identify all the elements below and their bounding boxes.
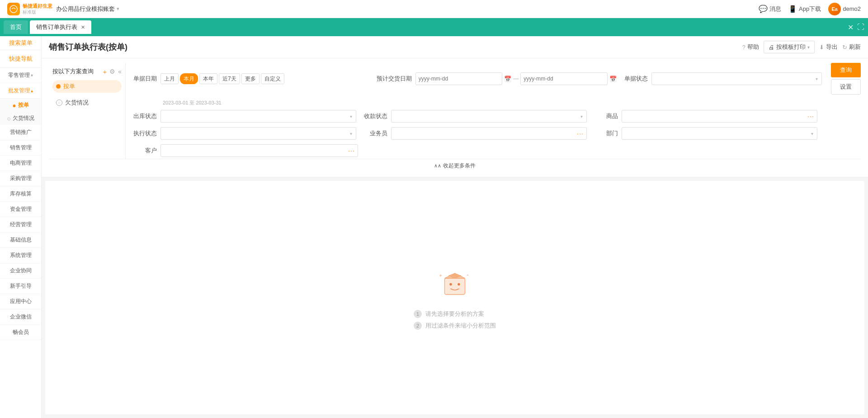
tip-1-badge: 1: [414, 310, 422, 318]
top-bar-left: 畅捷通好生意 标准版 办公用品行业模拟账套 ▾: [7, 3, 119, 15]
tab-close-all-icon[interactable]: ✕: [848, 23, 854, 32]
calendar-icon-from: 📅: [504, 76, 511, 82]
tab-sales-order[interactable]: 销售订单执行表 ✕: [30, 20, 91, 34]
order-status-select[interactable]: ▾: [651, 72, 822, 85]
message-btn[interactable]: 💬 消息: [759, 5, 781, 13]
help-btn[interactable]: ? 帮助: [742, 43, 759, 51]
query-button[interactable]: 查询: [831, 63, 861, 77]
date-btn-last-month[interactable]: 上月: [160, 73, 179, 84]
sidebar-item-retail[interactable]: 零售管理 ▾: [0, 68, 41, 83]
empty-tips: 1 请先选择要分析的方案 2 用过滤条件来缩小分析范围: [414, 310, 496, 333]
left-panel-header: 按以下方案查询 + ⚙ «: [52, 67, 122, 76]
collapse-conditions-bar[interactable]: ∧∧ 收起更多条件: [49, 159, 861, 172]
salesperson-input-area: ···: [391, 127, 587, 140]
action-buttons: 查询 设置: [831, 63, 861, 95]
empty-illustration: ✦ ✦ ✦: [434, 262, 475, 303]
top-bar: 畅捷通好生意 标准版 办公用品行业模拟账套 ▾ 💬 消息 📱 App下载 Ea …: [0, 0, 868, 18]
date-controls: 上月 本月 本年 近7天 更多 自定义: [160, 73, 371, 84]
exec-status-select[interactable]: ▾: [160, 127, 356, 140]
svg-point-5: [458, 283, 460, 285]
expected-date-inputs: 📅 — 📅: [415, 72, 617, 85]
sidebar-item-newbie[interactable]: 新手引导: [0, 279, 41, 294]
sidebar-item-wholesale[interactable]: 批发管理 ▴: [0, 83, 41, 99]
sidebar-item-enterprise[interactable]: 企业协同: [0, 263, 41, 279]
order-status-arrow-icon: ▾: [816, 76, 818, 81]
delivery-arrow-icon: ▾: [350, 114, 352, 119]
sidebar-quick-nav-label[interactable]: 快捷导航: [0, 52, 41, 66]
app-selector[interactable]: 办公用品行业模拟账套 ▾: [56, 5, 119, 13]
date-btn-this-month[interactable]: 本月: [180, 73, 198, 84]
goods-input-area: ···: [622, 110, 817, 123]
wholesale-arrow-icon: ▴: [31, 88, 33, 93]
refresh-icon: ↻: [842, 44, 847, 51]
collapse-label: 收起更多条件: [443, 162, 476, 170]
exec-status-label: 执行状态: [131, 129, 160, 138]
goods-more-btn[interactable]: ···: [807, 113, 814, 120]
delivery-status-select[interactable]: ▾: [160, 110, 356, 123]
expected-date-from[interactable]: [415, 72, 502, 85]
sidebar-item-member[interactable]: 畅会员: [0, 325, 41, 340]
filter-fields-area: 单据日期 上月 本月 本年 近7天 更多 自定义: [126, 63, 861, 159]
sidebar-item-operation[interactable]: 经营管理: [0, 217, 41, 233]
app-download-btn[interactable]: 📱 App下载: [788, 5, 821, 13]
right-content-area: 销售订单执行表(按单) ? 帮助 🖨 按模板打印 ▾ ⬇ 导出 ↻ 刷新: [42, 36, 868, 418]
export-btn[interactable]: ⬇ 导出: [819, 43, 838, 51]
scheme-option-debt[interactable]: ○ 欠货情况: [52, 96, 122, 109]
svg-point-4: [449, 283, 452, 285]
filter-expected-date: 预计交货日期 📅 — 📅: [377, 72, 617, 85]
message-icon: 💬: [759, 5, 768, 13]
download-icon: 📱: [788, 5, 797, 13]
tab-home[interactable]: 首页: [4, 20, 28, 34]
sidebar-item-ecom[interactable]: 电商管理: [0, 156, 41, 171]
customer-more-btn[interactable]: ···: [348, 147, 355, 154]
dept-arrow-icon: ▾: [811, 131, 813, 136]
salesperson-more-btn[interactable]: ···: [577, 130, 584, 137]
filter-row-3: 执行状态 ▾ 业务员 ···: [131, 127, 861, 140]
salesperson-field: 业务员 ···: [362, 127, 587, 140]
dept-select[interactable]: ▾: [622, 127, 817, 140]
sidebar-item-system[interactable]: 系统管理: [0, 248, 41, 263]
customer-label: 客户: [131, 147, 160, 155]
calendar-icon-to: 📅: [609, 76, 617, 82]
sidebar-item-marketing[interactable]: 营销推广: [0, 125, 41, 140]
sidebar-item-finance[interactable]: 资金管理: [0, 202, 41, 217]
main-layout: 搜索菜单 快捷导航 零售管理 ▾ 批发管理 ▴ ● 按单 ○ 欠货情况 营销推广…: [0, 36, 868, 418]
sidebar-item-apps[interactable]: 应用中心: [0, 294, 41, 309]
payment-status-select[interactable]: ▾: [391, 110, 587, 123]
sidebar-subitem-debt[interactable]: ○ 欠货情况: [0, 112, 41, 125]
sidebar-item-basic[interactable]: 基础信息: [0, 233, 41, 248]
refresh-btn[interactable]: ↻ 刷新: [842, 43, 861, 51]
svg-text:✦: ✦: [466, 273, 469, 277]
date-range-text: 2023-03-01 至 2023-03-31: [163, 100, 222, 105]
payment-status-label: 收款状态: [362, 112, 391, 120]
expected-date-to[interactable]: [520, 72, 607, 85]
date-btn-more[interactable]: 更多: [241, 73, 259, 84]
empty-tip-1: 1 请先选择要分析的方案: [414, 310, 496, 318]
tab-fullscreen-icon[interactable]: ⛶: [857, 23, 864, 31]
tab-close-icon[interactable]: ✕: [81, 24, 85, 30]
collapse-panel-btn[interactable]: «: [118, 68, 122, 75]
sidebar-item-purchase[interactable]: 采购管理: [0, 171, 41, 186]
print-btn[interactable]: 🖨 按模板打印 ▾: [764, 41, 815, 53]
dept-field: 部门 ▾: [592, 127, 817, 140]
date-btn-7days[interactable]: 近7天: [219, 73, 240, 84]
payment-status-field: 收款状态 ▾: [362, 110, 587, 123]
left-panel-title: 按以下方案查询: [52, 67, 94, 76]
sidebar-item-inventory[interactable]: 库存核算: [0, 186, 41, 202]
sidebar-subitem-order[interactable]: ● 按单: [0, 99, 41, 112]
user-profile[interactable]: Ea demo2: [828, 3, 861, 15]
left-panel-actions: + ⚙ «: [103, 68, 122, 75]
date-label: 单据日期: [131, 75, 160, 83]
scheme-option-order[interactable]: 按单: [52, 80, 122, 93]
sidebar-item-sales[interactable]: 销售管理: [0, 140, 41, 156]
settings-scheme-btn[interactable]: ⚙: [109, 68, 115, 75]
add-scheme-btn[interactable]: +: [103, 68, 107, 75]
filter-card: 按以下方案查询 + ⚙ « 按单: [42, 58, 868, 177]
logo-text: 畅捷通好生意 标准版: [23, 3, 52, 15]
date-btn-this-year[interactable]: 本年: [199, 73, 217, 84]
goods-field: 商品 ···: [592, 110, 817, 123]
sidebar-search[interactable]: 搜索菜单: [0, 36, 41, 50]
date-btn-custom[interactable]: 自定义: [261, 73, 284, 84]
settings-button[interactable]: 设置: [831, 79, 861, 95]
sidebar-item-wechat[interactable]: 企业微信: [0, 309, 41, 325]
